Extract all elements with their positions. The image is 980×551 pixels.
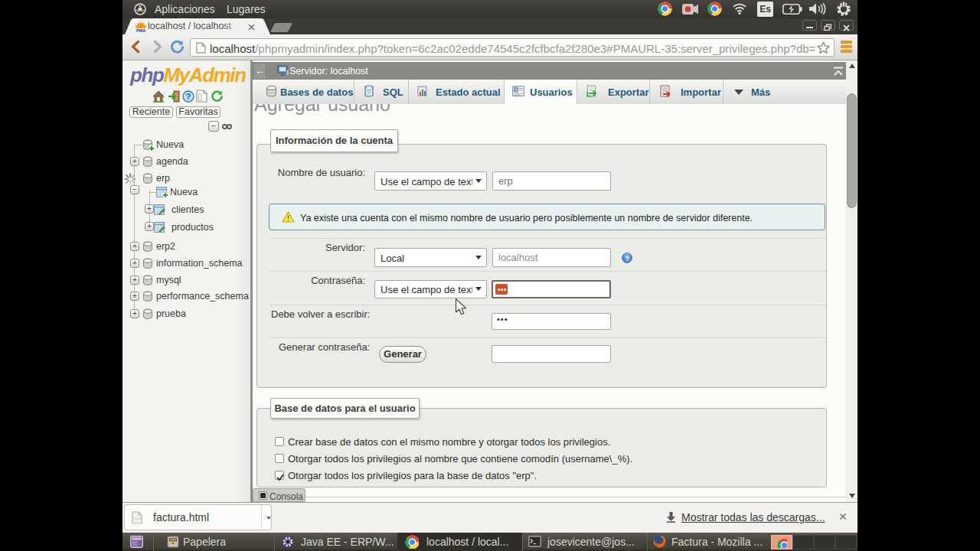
svg-text:</>: </> [134,517,142,522]
svg-text:?: ? [186,92,191,101]
svg-text:?: ? [625,255,629,262]
svg-text:PMA: PMA [136,28,145,33]
